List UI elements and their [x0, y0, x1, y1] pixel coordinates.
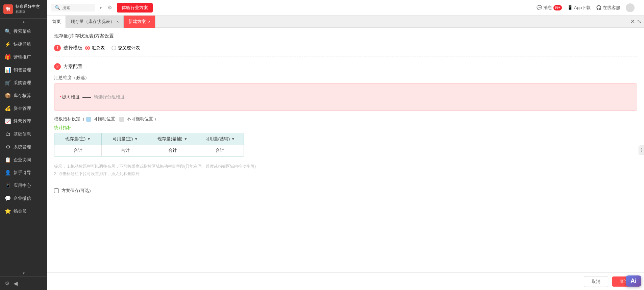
tab-inventory-close[interactable]: ×	[117, 20, 119, 24]
indicator-prefix: 模板指标设定（	[54, 116, 85, 121]
section1-header: 1 选择模板 汇总表 交叉统计表	[54, 45, 637, 51]
sidebar-item-operation[interactable]: 📈 经营管理	[0, 115, 47, 128]
appstore-icon: 📱	[5, 183, 11, 189]
msg-badge: 99+	[553, 5, 562, 10]
radio-summary[interactable]: 汇总表	[85, 45, 105, 51]
right-panel-handle[interactable]	[639, 146, 644, 155]
sidebar-item-label: 库存核算	[14, 93, 31, 99]
window-controls: ✕ ⤡	[630, 18, 644, 25]
dim-select-hint: 请选择分组维度	[94, 94, 125, 100]
cell-available-aux-total: 合计	[196, 145, 244, 156]
service-btn[interactable]: 🎧 在线客服	[596, 5, 620, 11]
sidebar-item-label: 畅会员	[14, 208, 27, 214]
handle-dot3	[641, 151, 642, 152]
sidebar-item-label: 企业协同	[14, 157, 31, 163]
enterprise-icon: 📋	[5, 157, 11, 163]
sidebar-item-label: 采购管理	[14, 80, 31, 86]
col-current-aux[interactable]: 现存量(基辅) ▼	[149, 133, 196, 145]
basic-icon: 🗂	[5, 131, 11, 137]
settings-icon[interactable]: ⚙	[5, 280, 9, 287]
topbar-gear-icon[interactable]: ⚙	[107, 4, 112, 11]
gift-icon: 🎁	[5, 54, 11, 60]
radio-summary-label: 汇总表	[92, 45, 105, 51]
sidebar-item-marketing[interactable]: 🎁 营销推广	[0, 51, 47, 64]
tabs-bar: 首页 现存量（库存状况表） × 新建方案 × ✕ ⤡	[47, 16, 644, 28]
dim-area[interactable]: * 纵向维度 —— 请选择分组维度	[54, 83, 637, 111]
collapse-icon[interactable]: ◀	[14, 280, 18, 287]
trial-btn[interactable]: 体验行业方案	[117, 3, 153, 13]
cancel-button[interactable]: 取消	[584, 276, 608, 287]
service-icon: 🎧	[596, 5, 601, 10]
app-name-block: 畅康通好生意 标准版	[16, 4, 40, 14]
indicator-suffix: ）	[154, 116, 158, 121]
tab-inventory[interactable]: 现存量（库存状况表） ×	[66, 16, 124, 28]
sidebar-item-purchase[interactable]: 🛒 采购管理	[0, 76, 47, 89]
sales-icon: 📊	[5, 67, 11, 73]
handle-dot2	[641, 150, 642, 151]
sidebar-item-appstore[interactable]: 📱 应用中心	[0, 179, 47, 192]
ai-badge[interactable]: Ai	[626, 275, 641, 287]
col-current-main-label: 现存量(主)	[65, 136, 86, 142]
expand-window-btn[interactable]: ⤡	[637, 18, 641, 25]
tab-new-plan[interactable]: 新建方案 ×	[124, 16, 155, 28]
close-window-btn[interactable]: ✕	[630, 18, 635, 25]
sidebar-item-wechat[interactable]: 💬 企业微信	[0, 192, 47, 205]
tab-home[interactable]: 首页	[47, 16, 66, 28]
tab-new-plan-close[interactable]: ×	[148, 20, 150, 24]
sidebar-item-search[interactable]: 🔍 搜索菜单	[0, 25, 47, 38]
tip2: 2. 点击标题栏下拉可设置排序、插入列和删除列	[54, 170, 637, 178]
fixed-badge	[119, 117, 124, 122]
sidebar-item-label: 搜索菜单	[14, 28, 31, 34]
col-available-main[interactable]: 可用量(主) ▼	[102, 133, 149, 145]
sidebar-item-label: 资金管理	[14, 105, 31, 112]
sidebar-scroll-up[interactable]: ▲	[0, 19, 47, 25]
page-title: 现存量(库存状况表)方案设置	[54, 33, 637, 39]
tab-new-plan-label: 新建方案	[128, 19, 146, 25]
section1-num: 1	[54, 45, 61, 51]
col-current-main[interactable]: 现存量(主) ▼	[54, 133, 102, 145]
msg-btn[interactable]: 💬 消息 99+	[537, 5, 562, 11]
app-name: 畅康通好生意	[16, 4, 40, 9]
col-available-aux-chevron[interactable]: ▼	[231, 137, 235, 141]
sidebar-item-finance[interactable]: 💰 资金管理	[0, 102, 47, 115]
system-icon: ⚙	[5, 144, 11, 150]
stats-table-body: 合计 合计 合计 合计	[54, 145, 244, 156]
col-available-aux[interactable]: 可用量(基辅) ▼	[196, 133, 244, 145]
newbie-icon: 👤	[5, 170, 11, 176]
tab-inventory-label: 现存量（库存状况表）	[71, 19, 115, 25]
cell-available-main-total: 合计	[102, 145, 149, 156]
sidebar: 畅 畅康通好生意 标准版 ▲ 🔍 搜索菜单 ⚡ 快捷导航 🎁 营销推广 📊 销售…	[0, 0, 47, 290]
radio-dot-cross	[112, 46, 116, 50]
sidebar-item-basic[interactable]: 🗂 基础信息	[0, 128, 47, 141]
topbar-right: 💬 消息 99+ 📱 App下载 🎧 在线客服	[537, 3, 640, 12]
tip1: 提示： 1.拖动标题栏可以调整布局，不可跨维度或指标区域拖动栏目字段(只能在同一…	[54, 163, 637, 170]
sidebar-item-system[interactable]: ⚙ 系统管理	[0, 141, 47, 153]
draggable-label: 可拖动位置	[93, 116, 115, 121]
save-checkbox[interactable]	[54, 188, 59, 193]
app-download-btn[interactable]: 📱 App下载	[567, 5, 591, 11]
radio-cross[interactable]: 交叉统计表	[112, 45, 140, 51]
app-version: 标准版	[16, 9, 40, 14]
sidebar-item-newbie[interactable]: 👤 新手引导	[0, 166, 47, 179]
dim-vertical-label: 纵向维度	[62, 94, 80, 100]
sidebar-scroll-down[interactable]: ▼	[0, 270, 47, 276]
col-available-main-chevron[interactable]: ▼	[134, 137, 138, 141]
col-current-main-chevron[interactable]: ▼	[87, 137, 91, 141]
topbar-search-box[interactable]: 🔍	[51, 4, 95, 11]
col-current-aux-chevron[interactable]: ▼	[184, 137, 188, 141]
section1-title: 选择模板	[64, 45, 82, 51]
stats-section-title: 统计指标	[54, 125, 637, 131]
cell-current-aux-total: 合计	[149, 145, 196, 156]
user-avatar[interactable]	[626, 3, 635, 12]
sidebar-nav: 🔍 搜索菜单 ⚡ 快捷导航 🎁 营销推广 📊 销售管理 🛒 采购管理 📦 库存核…	[0, 25, 47, 270]
sidebar-item-member[interactable]: ⭐ 畅会员	[0, 205, 47, 218]
sidebar-item-inventory[interactable]: 📦 库存核算	[0, 89, 47, 102]
search-input[interactable]	[62, 5, 89, 10]
sidebar-item-enterprise[interactable]: 📋 企业协同	[0, 153, 47, 166]
sidebar-item-shortcut[interactable]: ⚡ 快捷导航	[0, 38, 47, 51]
section2-num: 2	[54, 63, 61, 70]
topbar-dropdown-icon[interactable]: ▼	[99, 5, 103, 10]
sidebar-item-sales[interactable]: 📊 销售管理	[0, 64, 47, 76]
content-area: 现存量(库存状况表)方案设置 1 选择模板 汇总表 交叉统计表	[47, 28, 644, 272]
radio-group-template: 汇总表 交叉统计表	[85, 45, 140, 51]
